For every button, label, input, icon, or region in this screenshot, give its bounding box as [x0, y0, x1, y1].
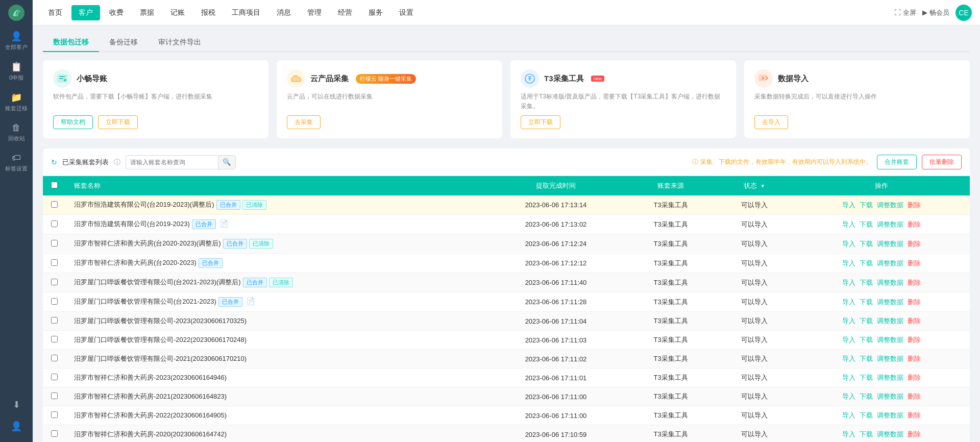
member-btn[interactable]: ▶ 畅会员 — [922, 8, 949, 17]
nav-management[interactable]: 管理 — [300, 5, 329, 20]
avatar[interactable]: CE — [955, 5, 972, 21]
sidebar-item-account-migration[interactable]: 📁 账套迁移 — [0, 87, 33, 117]
action-导入[interactable]: 导入 — [842, 240, 855, 248]
action-导入[interactable]: 导入 — [842, 317, 855, 325]
download-now-btn-1[interactable]: 立即下载 — [98, 115, 138, 129]
action-删除[interactable]: 删除 — [908, 279, 921, 286]
sidebar-item-zero-report[interactable]: 📋 0申报 — [0, 56, 33, 87]
action-下载[interactable]: 下载 — [860, 240, 873, 248]
action-调整数据[interactable]: 调整数据 — [877, 220, 903, 228]
action-下载[interactable]: 下载 — [860, 220, 873, 228]
tab-backup-migration[interactable]: 备份迁移 — [99, 34, 148, 52]
fullscreen-btn[interactable]: ⛶ 全屏 — [894, 8, 916, 17]
action-删除[interactable]: 删除 — [908, 411, 921, 419]
file-icon[interactable]: 📄 — [246, 297, 255, 305]
action-调整数据[interactable]: 调整数据 — [877, 355, 903, 362]
action-调整数据[interactable]: 调整数据 — [877, 240, 903, 248]
nav-accounting[interactable]: 记账 — [163, 5, 192, 20]
action-下载[interactable]: 下载 — [860, 430, 873, 438]
action-导入[interactable]: 导入 — [842, 201, 855, 209]
action-调整数据[interactable]: 调整数据 — [877, 374, 903, 381]
sidebar-item-all-customers[interactable]: 👤 全部客户 — [0, 26, 33, 56]
sidebar-item-recycle[interactable]: 🗑 回收站 — [0, 117, 33, 148]
action-调整数据[interactable]: 调整数据 — [877, 392, 903, 400]
collect-btn[interactable]: 去采集 — [287, 115, 321, 129]
nav-tax[interactable]: 报税 — [194, 5, 223, 20]
row-checkbox[interactable] — [51, 317, 58, 324]
merge-account-btn[interactable]: 合并账套 — [877, 155, 917, 169]
action-调整数据[interactable]: 调整数据 — [877, 317, 903, 325]
action-下载[interactable]: 下载 — [860, 374, 873, 381]
row-checkbox[interactable] — [51, 220, 58, 227]
action-下载[interactable]: 下载 — [860, 279, 873, 286]
action-下载[interactable]: 下载 — [860, 355, 873, 362]
action-删除[interactable]: 删除 — [908, 220, 921, 228]
select-all-checkbox[interactable] — [51, 182, 58, 188]
col-status[interactable]: 状态 ▼ — [716, 176, 793, 195]
action-调整数据[interactable]: 调整数据 — [877, 259, 903, 267]
help-doc-btn[interactable]: 帮助文档 — [53, 115, 93, 129]
action-调整数据[interactable]: 调整数据 — [877, 336, 903, 343]
action-下载[interactable]: 下载 — [860, 201, 873, 209]
row-checkbox[interactable] — [51, 240, 58, 247]
file-icon[interactable]: 📄 — [219, 219, 228, 228]
sidebar-item-download[interactable]: ⬇ — [0, 394, 33, 415]
import-btn[interactable]: 去导入 — [754, 115, 788, 129]
info-icon[interactable]: ⓘ — [114, 158, 120, 167]
download-now-btn-3[interactable]: 立即下载 — [521, 115, 560, 129]
nav-customers[interactable]: 客户 — [71, 5, 100, 20]
action-导入[interactable]: 导入 — [842, 336, 855, 343]
action-删除[interactable]: 删除 — [908, 374, 921, 381]
row-checkbox[interactable] — [51, 279, 58, 285]
nav-services[interactable]: 服务 — [361, 5, 390, 20]
row-checkbox[interactable] — [51, 430, 58, 437]
action-调整数据[interactable]: 调整数据 — [877, 279, 903, 286]
refresh-icon[interactable]: ↻ — [51, 158, 57, 166]
action-调整数据[interactable]: 调整数据 — [877, 298, 903, 306]
nav-operations[interactable]: 经营 — [331, 5, 359, 20]
row-checkbox[interactable] — [51, 392, 58, 399]
action-导入[interactable]: 导入 — [842, 374, 855, 381]
nav-messages[interactable]: 消息 — [270, 5, 298, 20]
nav-invoices[interactable]: 票据 — [133, 5, 161, 20]
row-checkbox[interactable] — [51, 336, 58, 342]
action-删除[interactable]: 删除 — [908, 336, 921, 343]
action-删除[interactable]: 删除 — [908, 430, 921, 438]
action-下载[interactable]: 下载 — [860, 336, 873, 343]
action-删除[interactable]: 删除 — [908, 392, 921, 400]
batch-delete-btn[interactable]: 批量删除 — [922, 155, 962, 169]
search-input[interactable] — [126, 159, 218, 166]
action-下载[interactable]: 下载 — [860, 298, 873, 306]
row-checkbox[interactable] — [51, 201, 58, 208]
action-导入[interactable]: 导入 — [842, 220, 855, 228]
nav-business[interactable]: 工商项目 — [225, 5, 267, 20]
action-下载[interactable]: 下载 — [860, 259, 873, 267]
app-logo[interactable] — [0, 0, 33, 26]
tab-data-migration[interactable]: 数据包迁移 — [43, 34, 99, 52]
action-调整数据[interactable]: 调整数据 — [877, 411, 903, 419]
action-下载[interactable]: 下载 — [860, 411, 873, 419]
action-调整数据[interactable]: 调整数据 — [877, 201, 903, 209]
action-删除[interactable]: 删除 — [908, 317, 921, 325]
search-btn[interactable]: 🔍 — [218, 156, 235, 169]
row-checkbox[interactable] — [51, 411, 58, 418]
row-checkbox[interactable] — [51, 374, 58, 380]
action-下载[interactable]: 下载 — [860, 392, 873, 400]
action-导入[interactable]: 导入 — [842, 259, 855, 267]
tab-audit-export[interactable]: 审计文件导出 — [148, 34, 211, 52]
action-导入[interactable]: 导入 — [842, 392, 855, 400]
action-删除[interactable]: 删除 — [908, 259, 921, 267]
row-checkbox[interactable] — [51, 355, 58, 361]
nav-home[interactable]: 首页 — [41, 5, 69, 20]
nav-settings[interactable]: 设置 — [392, 5, 421, 20]
action-导入[interactable]: 导入 — [842, 355, 855, 362]
sidebar-item-tag-settings[interactable]: 🏷 标签设置 — [0, 148, 33, 178]
action-删除[interactable]: 删除 — [908, 240, 921, 248]
nav-fees[interactable]: 收费 — [102, 5, 131, 20]
action-删除[interactable]: 删除 — [908, 298, 921, 306]
action-删除[interactable]: 删除 — [908, 355, 921, 362]
action-导入[interactable]: 导入 — [842, 298, 855, 306]
action-导入[interactable]: 导入 — [842, 411, 855, 419]
row-checkbox[interactable] — [51, 259, 58, 266]
sidebar-item-user[interactable]: 👤 — [0, 415, 33, 437]
